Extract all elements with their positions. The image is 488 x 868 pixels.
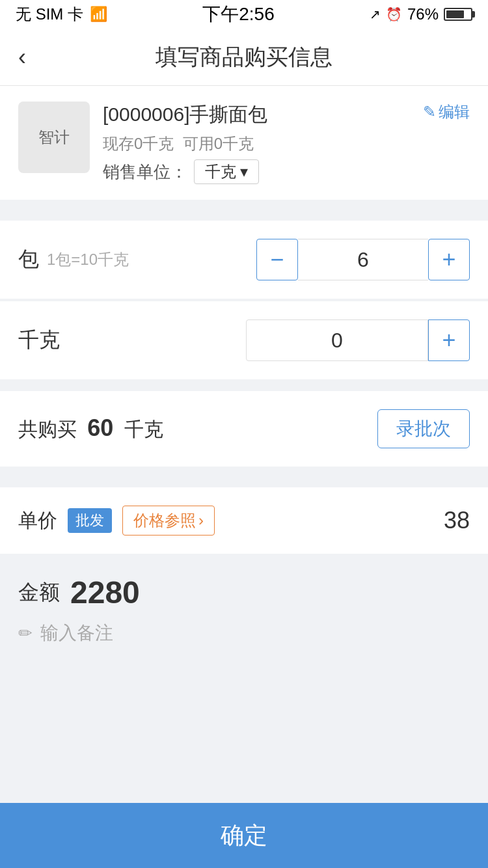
bag-increment-button[interactable]: + [428,239,470,280]
product-thumbnail: 智计 [18,102,90,173]
page-title: 填写商品购买信息 [156,42,332,72]
unit-value: 千克 [205,161,236,182]
nav-bar: ‹ 填写商品购买信息 [0,29,488,86]
edit-label: 编辑 [439,102,470,122]
quantity-bag-section: 包 1包=10千克 − + [0,221,488,299]
amount-section: 金额 2280 ✏ 输入备注 [0,556,488,664]
divider-3 [0,381,488,391]
status-right: ↗ ⏰ 76% [370,5,472,23]
unit-select[interactable]: 千克 ▾ [194,159,259,184]
divider-4 [0,477,488,487]
kg-label: 千克 [18,326,60,355]
status-time: 下午2:56 [202,2,275,27]
battery-icon [444,8,472,21]
footer[interactable]: 确定 [0,803,488,868]
product-logo-text: 智计 [38,127,70,148]
amount-value: 2280 [70,575,140,610]
unit-label: 销售单位： [103,161,187,183]
wifi-icon: 📶 [90,6,107,23]
price-ref-label: 价格参照 [133,510,196,531]
product-card: 智计 [0000006]手撕面包 ✎ 编辑 现存0千克 可用0千克 销售单位： … [0,86,488,200]
total-section: 共购买 60 千克 录批次 [0,391,488,467]
price-reference-button[interactable]: 价格参照 › [122,506,215,536]
amount-label: 金额 [18,578,60,607]
price-value: 38 [444,507,470,534]
batch-button[interactable]: 录批次 [377,409,470,448]
kg-quantity-control: + [246,319,470,361]
carrier-label: 无 SIM 卡 [16,4,83,25]
dropdown-arrow-icon: ▾ [240,163,248,181]
status-bar: 无 SIM 卡 📶 下午2:56 ↗ ⏰ 76% [0,0,488,29]
product-stock: 现存0千克 可用0千克 [103,133,470,154]
battery-label: 76% [407,5,439,23]
confirm-button[interactable]: 确定 [221,820,267,852]
price-section: 单价 批发 价格参照 › 38 [0,487,488,554]
edit-button[interactable]: ✎ 编辑 [423,102,470,122]
product-info: [0000006]手撕面包 ✎ 编辑 现存0千克 可用0千克 销售单位： 千克 … [103,102,470,184]
kg-increment-button[interactable]: + [428,319,470,361]
price-type-tag: 批发 [68,508,112,533]
quantity-kg-section: 千克 + [0,301,488,379]
location-icon: ↗ [370,7,381,22]
bag-decrement-button[interactable]: − [256,239,298,280]
price-label: 单价 [18,508,57,534]
alarm-icon: ⏰ [386,7,402,22]
price-ref-arrow-icon: › [198,511,204,530]
product-top-row: [0000006]手撕面包 ✎ 编辑 [103,102,470,133]
bag-label: 包 1包=10千克 [18,245,129,274]
kg-quantity-input[interactable] [246,319,428,361]
note-row[interactable]: ✏ 输入备注 [18,621,470,645]
total-amount: 60 [87,414,113,441]
quantity-kg-row: 千克 + [18,319,470,361]
product-name: [0000006]手撕面包 [103,102,267,128]
bag-hint: 1包=10千克 [47,249,129,270]
total-text: 共购买 60 千克 [18,414,163,443]
divider-1 [0,210,488,221]
amount-row: 金额 2280 [18,575,470,610]
status-left: 无 SIM 卡 📶 [16,4,107,25]
edit-icon: ✎ [423,103,436,121]
bag-quantity-control: − + [256,239,470,280]
product-unit-row: 销售单位： 千克 ▾ [103,159,470,184]
quantity-bag-row: 包 1包=10千克 − + [18,239,470,280]
bag-quantity-input[interactable] [298,239,428,280]
pencil-icon: ✏ [18,623,33,644]
note-placeholder: 输入备注 [40,621,113,645]
price-row: 单价 批发 价格参照 › 38 [18,506,470,536]
back-button[interactable]: ‹ [18,44,26,71]
